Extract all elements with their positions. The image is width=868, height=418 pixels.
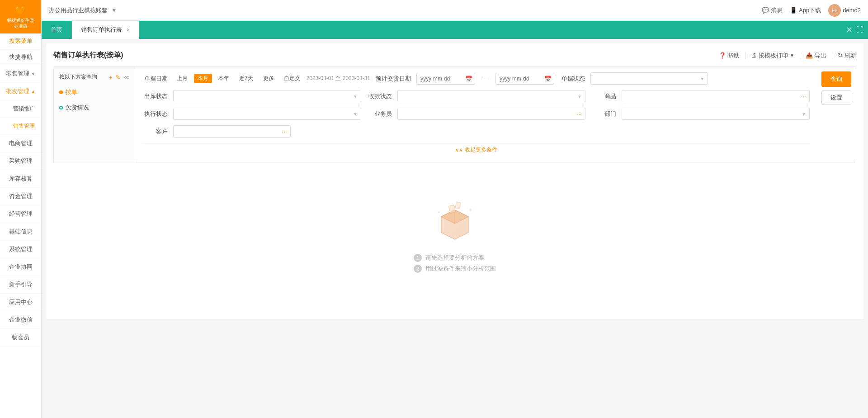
sidebar-item-ecommerce[interactable]: 电商管理 (0, 135, 41, 152)
sidebar-item-marketing[interactable]: 营销推广 (0, 100, 41, 118)
scheme-item-shortage[interactable]: 欠货情况 (54, 100, 135, 115)
customer-input[interactable] (173, 125, 291, 138)
page-header-actions: ❓ 帮助 🖨 按模板打印 ▼ 📤 导出 (719, 52, 856, 60)
shipment-label: 出库状态 (142, 92, 168, 100)
help-label: 帮助 (728, 52, 740, 60)
print-label: 按模板打印 (759, 52, 788, 60)
execution-select[interactable] (173, 108, 361, 120)
scheme-outline-dot (59, 106, 63, 109)
help-btn[interactable]: ❓ 帮助 (719, 52, 740, 60)
print-icon: 🖨 (751, 52, 757, 59)
sidebar-item-label: 电商管理 (9, 139, 33, 147)
topbar-dropdown-arrow[interactable]: ▼ (111, 7, 117, 14)
sidebar-item-wechat[interactable]: 企业微信 (0, 311, 41, 329)
scheme-add-icon[interactable]: + (109, 74, 113, 81)
sidebar-item-wholesale[interactable]: 批发管理 ▲ (0, 83, 41, 100)
date-btn-custom[interactable]: 自定义 (280, 74, 304, 83)
svg-rect-4 (455, 202, 461, 209)
scheme-panel: 按以下方案查询 + ✎ ≪ 按单 欠货情况 (54, 67, 135, 162)
download-icon: 📱 (790, 7, 797, 14)
svg-point-6 (470, 209, 472, 211)
scheme-panel-header: 按以下方案查询 + ✎ ≪ (54, 71, 135, 85)
sidebar-item-appcenter[interactable]: 应用中心 (0, 294, 41, 311)
payment-select[interactable] (397, 90, 585, 102)
sidebar-item-finance[interactable]: 资金管理 (0, 188, 41, 205)
tab-close-btn[interactable]: × (127, 27, 130, 33)
date-btn-more[interactable]: 更多 (259, 74, 278, 83)
main-container: 办公用品行业模拟账套 ▼ 💬 消息 📱 App下载 Ea demo2 首页 (42, 0, 868, 418)
hint-2-num: 2 (414, 265, 422, 273)
payment-label: 收款状态 (367, 92, 392, 100)
date-btn-7days[interactable]: 近7天 (236, 74, 257, 83)
app-download-btn[interactable]: 📱 App下载 (790, 6, 821, 14)
collapse-up-icon: ∧∧ (455, 147, 463, 153)
sidebar-quick[interactable]: 快捷导航 (0, 49, 41, 65)
empty-state: 1 请先选择要分析的方案 2 用过滤条件来缩小分析范围 (53, 162, 856, 312)
customer-label: 客户 (142, 128, 168, 136)
tab-home[interactable]: 首页 (42, 21, 72, 39)
expected-date-from-wrap: 📅 (416, 73, 475, 85)
shipment-select[interactable] (173, 90, 361, 102)
sidebar-item-operations[interactable]: 经营管理 (0, 205, 41, 223)
message-icon: 💬 (762, 7, 769, 14)
tab-home-label: 首页 (51, 26, 62, 34)
sidebar-item-enterprise[interactable]: 企业协同 (0, 258, 41, 276)
sidebar-item-label: 经营管理 (9, 210, 33, 218)
sidebar-item-purchase[interactable]: 采购管理 (0, 152, 41, 170)
sidebar-search[interactable]: 搜索菜单 (0, 33, 41, 49)
customer-dots-icon[interactable]: ··· (282, 128, 287, 135)
topbar-left: 办公用品行业模拟账套 ▼ (49, 6, 117, 14)
sidebar-item-inventory[interactable]: 库存核算 (0, 170, 41, 188)
sidebar-item-sales[interactable]: 销售管理 (0, 118, 41, 135)
sidebar-item-system[interactable]: 系统管理 (0, 241, 41, 258)
scheme-edit-icon[interactable]: ✎ (115, 74, 121, 81)
date-filter-label: 单据日期 (142, 75, 168, 83)
date-btn-lastmonth[interactable]: 上月 (173, 74, 191, 83)
help-icon: ❓ (719, 52, 726, 59)
tab-active[interactable]: 销售订单执行表 × (72, 21, 139, 39)
date-btn-thisyear[interactable]: 本年 (215, 74, 233, 83)
date-dash: — (482, 75, 488, 82)
sidebar-item-newuser[interactable]: 新手引导 (0, 276, 41, 294)
customer-input-wrap: ··· (173, 125, 291, 138)
sidebar-item-retail[interactable]: 零售管理 ▼ (0, 65, 41, 83)
topbar-title: 办公用品行业模拟账套 (49, 6, 108, 14)
goods-input-wrap: ··· (622, 90, 810, 102)
action-buttons: 查询 设置 (817, 67, 856, 162)
hint-item-2: 2 用过滤条件来缩小分析范围 (414, 265, 496, 273)
tab-close-all-icon[interactable]: ✕ (846, 25, 853, 35)
print-btn[interactable]: 🖨 按模板打印 ▼ (751, 52, 794, 60)
salesperson-input[interactable] (397, 108, 585, 120)
hint-1-num: 1 (414, 254, 422, 262)
goods-input[interactable] (622, 90, 810, 102)
refresh-icon: ↻ (838, 52, 843, 59)
calendar-to-icon[interactable]: 📅 (544, 75, 552, 82)
scheme-item-byday[interactable]: 按单 (54, 85, 135, 100)
refresh-btn[interactable]: ↻ 刷新 (838, 52, 856, 60)
sidebar-item-label: 资金管理 (9, 192, 33, 200)
sidebar-item-member[interactable]: 畅会员 (0, 329, 41, 347)
date-range-display: 2023-03-01 至 2023-03-31 (307, 75, 370, 82)
salesperson-dots-icon[interactable]: ··· (576, 110, 582, 118)
export-btn[interactable]: 📤 导出 (806, 52, 826, 60)
message-btn[interactable]: 💬 消息 (762, 6, 783, 14)
tab-fullscreen-icon[interactable]: ⛶ (856, 26, 863, 34)
query-button[interactable]: 查询 (821, 71, 851, 87)
filter-row-execution: 执行状态 ▼ 业务员 ··· 部门 (142, 108, 810, 120)
divider3 (832, 52, 832, 59)
user-profile-btn[interactable]: Ea demo2 (828, 4, 861, 17)
goods-dots-icon[interactable]: ··· (801, 93, 806, 100)
calendar-from-icon[interactable]: 📅 (465, 75, 472, 82)
date-btn-thismonth[interactable]: 本月 (194, 74, 212, 83)
department-select[interactable] (622, 108, 810, 120)
sidebar-item-basics[interactable]: 基础信息 (0, 223, 41, 241)
logo-text: 畅捷通好生意 标准版 (7, 17, 34, 29)
status-select[interactable] (590, 72, 708, 85)
sidebar-item-label: 应用中心 (9, 298, 33, 306)
page-title: 销售订单执行表(按单) (53, 51, 123, 60)
collapse-more-btn[interactable]: ∧∧ 收起更多条件 (142, 143, 810, 157)
avatar-text: Ea (832, 8, 838, 13)
hint-2-text: 用过滤条件来缩小分析范围 (425, 265, 496, 273)
scheme-collapse-icon[interactable]: ≪ (123, 74, 129, 81)
settings-button[interactable]: 设置 (821, 90, 851, 105)
